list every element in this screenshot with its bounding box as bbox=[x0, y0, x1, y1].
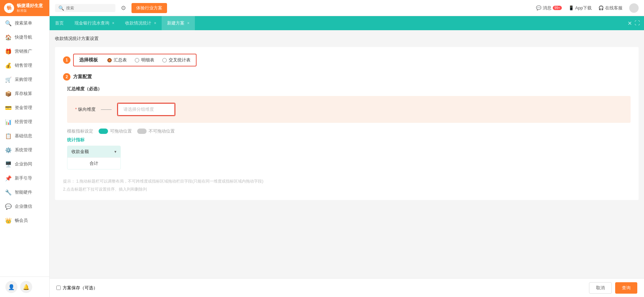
search-icon: 🔍 bbox=[5, 20, 11, 26]
save-checkbox[interactable] bbox=[56, 286, 61, 290]
metrics-table-row: 合计 bbox=[67, 157, 120, 169]
app-icon: 📱 bbox=[569, 5, 574, 10]
sidebar-item-inventory[interactable]: 📦 库存核算 bbox=[0, 87, 49, 101]
app-download-btn[interactable]: 📱 App下载 bbox=[569, 5, 592, 11]
radio-summary[interactable]: 汇总表 bbox=[107, 57, 127, 63]
money-icon: 💰 bbox=[5, 62, 11, 68]
topbar: 🔍 ⚙ 体验行业方案 💬 消息 99+ 📱 App下载 🎧 在线客服 bbox=[50, 0, 644, 16]
footer-save-option: 方案保存（可选） bbox=[56, 285, 98, 291]
main-card: 1 选择模板 汇总表 明细表 bbox=[55, 47, 639, 200]
message-btn[interactable]: 💬 消息 99+ bbox=[536, 5, 562, 11]
service-icon: 🎧 bbox=[598, 5, 604, 10]
step2-header: 2 方案配置 bbox=[63, 73, 631, 81]
content-area: 收款情况统计方案设置 1 选择模板 汇总表 bbox=[50, 30, 644, 278]
sidebar-footer: 👤 🔔 bbox=[0, 277, 49, 297]
tab-collection-stats[interactable]: 收款情况统计 × bbox=[120, 16, 162, 30]
tab-close-new-plan[interactable]: × bbox=[187, 21, 190, 26]
logo-text: 畅捷通好生意 标准版 bbox=[17, 3, 43, 13]
dimension-row: * 纵向维度 —— 请选择分组维度 bbox=[75, 103, 623, 116]
template-options: 汇总表 明细表 交叉统计表 bbox=[107, 57, 191, 63]
user-avatar[interactable] bbox=[629, 3, 639, 13]
sidebar-nav: 🔍 搜索菜单 🏠 快捷导航 🎁 营销推广 💰 销售管理 🛒 采购管理 📦 库存核… bbox=[0, 16, 49, 277]
metrics-section: 模板指标设定 可拖动位置 不可拖动位置 统计指标 收款金额 bbox=[67, 128, 631, 170]
online-service-btn[interactable]: 🎧 在线客服 bbox=[598, 5, 623, 11]
tab-close-collection-stats[interactable]: × bbox=[154, 21, 156, 26]
step2-num: 2 bbox=[63, 73, 70, 81]
step1-header: 1 选择模板 汇总表 明细表 bbox=[63, 54, 631, 66]
chevron-down-icon[interactable]: ▾ bbox=[114, 149, 116, 154]
expand-window-icon[interactable]: ⛶ bbox=[635, 20, 640, 26]
message-icon: 💬 bbox=[536, 5, 541, 10]
cart-icon: 🛒 bbox=[5, 77, 11, 83]
tabs-bar: 首页 现金银行流水查询 × 收款情况统计 × 新建方案 × ✕ ⛶ bbox=[50, 16, 644, 30]
tabs-actions: ✕ ⛶ bbox=[628, 20, 644, 27]
radio-cross-input[interactable] bbox=[162, 58, 167, 62]
card-icon: 💳 bbox=[5, 105, 11, 111]
tab-close-bank-flow[interactable]: × bbox=[112, 21, 114, 26]
metrics-label-row: 模板指标设定 可拖动位置 不可拖动位置 bbox=[67, 128, 631, 134]
message-badge: 99+ bbox=[553, 6, 562, 10]
sidebar-item-guide[interactable]: 📌 新手引导 bbox=[0, 171, 49, 185]
chat-icon: 💬 bbox=[5, 203, 11, 209]
box-icon: 📦 bbox=[5, 91, 11, 97]
sidebar-item-system[interactable]: ⚙️ 系统管理 bbox=[0, 143, 49, 157]
sidebar-footer-btn1[interactable]: 👤 bbox=[5, 281, 17, 293]
radio-cross[interactable]: 交叉统计表 bbox=[162, 57, 191, 63]
sidebar-item-member[interactable]: 👑 畅会员 bbox=[0, 213, 49, 228]
sidebar-item-sales[interactable]: 💰 销售管理 bbox=[0, 58, 49, 72]
sidebar-item-marketing[interactable]: 🎁 营销推广 bbox=[0, 44, 49, 58]
sidebar-footer-btn2[interactable]: 🔔 bbox=[20, 281, 32, 293]
dimension-select[interactable]: 请选择分组维度 bbox=[118, 103, 175, 115]
step1-title: 选择模板 bbox=[79, 57, 98, 63]
tool-icon: 🔧 bbox=[5, 189, 11, 195]
footer: 方案保存（可选） 取消 查询 bbox=[50, 278, 644, 297]
topbar-right: 💬 消息 99+ 📱 App下载 🎧 在线客服 bbox=[536, 3, 639, 13]
sidebar-item-purchase[interactable]: 🛒 采购管理 bbox=[0, 72, 49, 87]
topbar-search-box[interactable]: 🔍 bbox=[55, 4, 115, 12]
sidebar-item-wechat[interactable]: 💬 企业微信 bbox=[0, 199, 49, 213]
step2-section: 2 方案配置 汇总维度（必选） * 纵向维度 —— bbox=[63, 73, 631, 193]
chart-icon: 📊 bbox=[5, 119, 11, 125]
sidebar-logo: 畅 畅捷通好生意 标准版 bbox=[0, 0, 49, 16]
main: 🔍 ⚙ 体验行业方案 💬 消息 99+ 📱 App下载 🎧 在线客服 首页 bbox=[50, 0, 644, 297]
sidebar-item-enterprise[interactable]: 🖥️ 企业协同 bbox=[0, 157, 49, 171]
sidebar-item-search-menu[interactable]: 🔍 搜索菜单 bbox=[0, 16, 49, 30]
tips-row2: 2.点击标题栏下拉可设置排序、插入列和删除列 bbox=[63, 185, 631, 193]
tips-section: 提示： 1.拖动标题栏可以调整布局，不可跨维度或指标区域拖动栏目字段(只能在同一… bbox=[63, 177, 631, 193]
sidebar-item-quick-nav[interactable]: 🏠 快捷导航 bbox=[0, 30, 49, 44]
metrics-title: 统计指标 bbox=[67, 137, 631, 143]
step2-title: 方案配置 bbox=[73, 74, 92, 80]
draggable-indicator bbox=[99, 129, 108, 134]
save-label[interactable]: 方案保存（可选） bbox=[63, 285, 98, 291]
gift-icon: 🎁 bbox=[5, 48, 11, 54]
sidebar-item-finance[interactable]: 💳 资金管理 bbox=[0, 101, 49, 115]
crown-icon: 👑 bbox=[5, 217, 11, 224]
sidebar-item-hardware[interactable]: 🔧 智能硬件 bbox=[0, 185, 49, 199]
trial-btn[interactable]: 体验行业方案 bbox=[131, 3, 167, 13]
pin-icon: 📌 bbox=[5, 175, 11, 181]
sidebar-item-basic-info[interactable]: 📋 基础信息 bbox=[0, 129, 49, 143]
tips-row1: 提示： 1.拖动标题栏可以调整布局，不可跨维度或指标区域拖动栏目字段(只能在同一… bbox=[63, 177, 631, 185]
logo-icon: 畅 bbox=[4, 3, 14, 13]
radio-detail-input[interactable] bbox=[135, 58, 139, 62]
close-window-icon[interactable]: ✕ bbox=[628, 20, 632, 27]
metrics-table-header[interactable]: 收款金额 ▾ bbox=[67, 146, 120, 157]
settings-icon[interactable]: ⚙ bbox=[121, 4, 126, 12]
cancel-button[interactable]: 取消 bbox=[589, 282, 612, 294]
search-input[interactable] bbox=[66, 6, 106, 10]
list-icon: 📋 bbox=[5, 133, 11, 139]
gear-icon: ⚙️ bbox=[5, 147, 11, 153]
radio-detail[interactable]: 明细表 bbox=[135, 57, 154, 63]
sidebar-item-operation[interactable]: 📊 经营管理 bbox=[0, 115, 49, 129]
tab-home[interactable]: 首页 bbox=[50, 16, 69, 30]
step1-num: 1 bbox=[63, 56, 70, 64]
page-title: 收款情况统计方案设置 bbox=[55, 36, 639, 42]
dimension-arrow: —— bbox=[101, 106, 112, 112]
query-button[interactable]: 查询 bbox=[615, 282, 637, 294]
footer-buttons: 取消 查询 bbox=[589, 282, 637, 294]
radio-summary-input[interactable] bbox=[107, 58, 112, 62]
tab-bank-flow[interactable]: 现金银行流水查询 × bbox=[69, 16, 120, 30]
tab-new-plan[interactable]: 新建方案 × bbox=[162, 16, 195, 30]
non-draggable-indicator bbox=[137, 129, 147, 134]
dimension-required-mark: * 纵向维度 bbox=[75, 106, 96, 112]
